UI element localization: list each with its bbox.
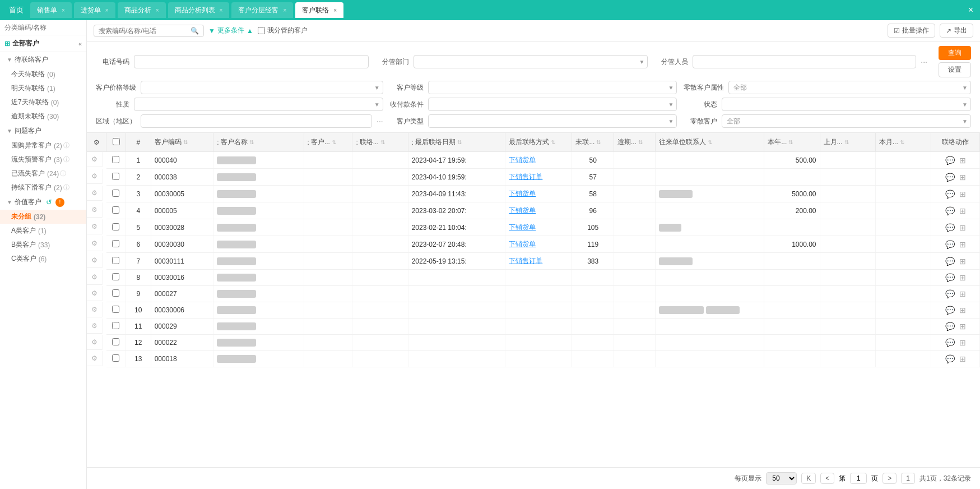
apps-action-icon[interactable]: ⊞ [959, 257, 966, 266]
chat-action-icon[interactable]: 💬 [945, 338, 955, 347]
table-cell[interactable]: ⚙ [87, 335, 103, 350]
row-checkbox[interactable] [112, 354, 119, 362]
table-cell[interactable] [106, 169, 126, 186]
th-year[interactable]: 本年...⇅ [764, 133, 820, 152]
tab-customer-segment[interactable]: 客户分层经客 × [231, 2, 293, 18]
collapse-icon[interactable]: « [78, 40, 82, 47]
sort-name-icon[interactable]: ⇅ [249, 139, 254, 145]
th-uncontact[interactable]: 未联...⇅ [572, 133, 614, 152]
query-btn[interactable]: 查询 [939, 46, 971, 60]
page-size-select[interactable]: 50 20 100 [766, 472, 797, 485]
chat-action-icon[interactable]: 💬 [945, 257, 955, 266]
table-cell[interactable] [106, 286, 126, 302]
row-gear-icon[interactable]: ⚙ [91, 206, 97, 214]
method-link[interactable]: 下销货单 [509, 240, 536, 248]
row-gear-icon[interactable]: ⚙ [91, 155, 97, 163]
table-cell[interactable]: ⚙ [87, 302, 103, 317]
table-cell[interactable]: ⚙ [87, 169, 103, 184]
row-gear-icon[interactable]: ⚙ [91, 289, 97, 297]
manager-input[interactable] [693, 55, 916, 68]
my-customers-checkbox-label[interactable]: 我分管的客户 [258, 26, 308, 35]
chat-action-icon[interactable]: 💬 [945, 173, 955, 182]
sidebar-item-today[interactable]: 今天待联络(0) [0, 67, 86, 81]
sort-contact-icon[interactable]: ⇅ [380, 139, 385, 145]
gear-settings-icon[interactable]: ⚙ [94, 139, 100, 146]
method-link[interactable]: 下销货单 [509, 206, 536, 214]
table-cell[interactable] [106, 335, 126, 351]
row-checkbox[interactable] [112, 338, 119, 345]
apps-action-icon[interactable]: ⊞ [959, 223, 966, 232]
table-cell[interactable] [106, 253, 126, 270]
phone-input[interactable] [134, 55, 369, 68]
tab-sales-order[interactable]: 销售单 × [30, 2, 72, 18]
close-tab-purchase[interactable]: × [105, 7, 109, 13]
th-partner[interactable]: 往来单位联系人⇅ [656, 133, 764, 152]
th-last-month[interactable]: 上月...⇅ [820, 133, 875, 152]
table-cell[interactable] [106, 302, 126, 319]
apps-action-icon[interactable]: ⊞ [959, 240, 966, 249]
table-cell[interactable]: ⚙ [87, 236, 103, 251]
region-more-icon[interactable]: ··· [377, 117, 383, 126]
chat-action-icon[interactable]: 💬 [945, 354, 955, 363]
apps-action-icon[interactable]: ⊞ [959, 306, 966, 315]
row-checkbox[interactable] [112, 273, 119, 280]
sort-date-icon[interactable]: ⇅ [457, 139, 462, 145]
tab-product-analysis-list[interactable]: 商品分析列表 × [168, 2, 230, 18]
th-checkbox[interactable] [106, 133, 126, 152]
th-code[interactable]: 客户编码⇅ [151, 133, 213, 152]
row-checkbox[interactable] [112, 257, 119, 264]
close-tab-segment[interactable]: × [283, 7, 286, 13]
sort-partner-icon[interactable]: ⇅ [708, 139, 712, 145]
method-link[interactable]: 下销售订单 [509, 173, 542, 181]
th-level[interactable]: :客户...⇅ [304, 133, 352, 152]
close-tab-contact[interactable]: × [333, 7, 337, 13]
table-cell[interactable] [106, 186, 126, 202]
price-level-select[interactable] [141, 81, 383, 94]
group-value-customers[interactable]: ▼ 价值客户 ↺ ! [0, 195, 86, 210]
sidebar-item-a-class[interactable]: A类客户(1) [0, 224, 86, 238]
row-checkbox[interactable] [112, 173, 119, 180]
row-gear-icon[interactable]: ⚙ [91, 239, 97, 247]
method-link[interactable]: 下销货单 [509, 223, 536, 231]
apps-action-icon[interactable]: ⊞ [959, 322, 966, 331]
sidebar-item-tomorrow[interactable]: 明天待联络(1) [0, 81, 86, 95]
table-cell[interactable] [106, 236, 126, 253]
th-contact[interactable]: :联络...⇅ [352, 133, 408, 152]
row-gear-icon[interactable]: ⚙ [91, 172, 97, 180]
chat-action-icon[interactable]: 💬 [945, 289, 955, 298]
th-gear[interactable]: ⚙ [87, 133, 106, 152]
apps-action-icon[interactable]: ⊞ [959, 338, 966, 347]
sort-method-icon[interactable]: ⇅ [551, 139, 555, 145]
chat-action-icon[interactable]: 💬 [945, 206, 955, 215]
manager-more-icon[interactable]: ··· [921, 57, 927, 66]
th-overdue[interactable]: 逾期...⇅ [614, 133, 655, 152]
row-gear-icon[interactable]: ⚙ [91, 338, 97, 346]
method-link[interactable]: 下销售订单 [509, 257, 542, 265]
sidebar-item-c-class[interactable]: C类客户(6) [0, 252, 86, 266]
row-checkbox[interactable] [112, 206, 119, 214]
apps-action-icon[interactable]: ⊞ [959, 289, 966, 298]
table-cell[interactable] [106, 270, 126, 286]
row-gear-icon[interactable]: ⚙ [91, 273, 97, 281]
row-gear-icon[interactable]: ⚙ [91, 256, 97, 264]
search-input[interactable] [99, 27, 188, 35]
table-cell[interactable] [106, 219, 126, 236]
group-pending-contact[interactable]: ▼ 待联络客户 [0, 52, 86, 67]
row-gear-icon[interactable]: ⚙ [91, 189, 97, 197]
chat-action-icon[interactable]: 💬 [945, 306, 955, 315]
row-checkbox[interactable] [112, 322, 119, 329]
chat-action-icon[interactable]: 💬 [945, 240, 955, 249]
chat-action-icon[interactable]: 💬 [945, 322, 955, 331]
more-filters-btn[interactable]: ▼ 更多条件 ▲ [208, 26, 253, 35]
close-all-tabs[interactable]: × [966, 5, 976, 15]
row-checkbox[interactable] [112, 156, 119, 163]
row-checkbox[interactable] [112, 306, 119, 313]
th-last-date[interactable]: :最后联络日期⇅ [408, 133, 505, 152]
chat-action-icon[interactable]: 💬 [945, 273, 955, 282]
apps-action-icon[interactable]: ⊞ [959, 190, 966, 199]
chat-action-icon[interactable]: 💬 [945, 190, 955, 199]
gender-select[interactable] [134, 98, 383, 111]
method-link[interactable]: 下销货单 [509, 156, 536, 164]
my-customers-checkbox[interactable] [258, 27, 265, 34]
th-this-month[interactable]: 本月...⇅ [875, 133, 931, 152]
